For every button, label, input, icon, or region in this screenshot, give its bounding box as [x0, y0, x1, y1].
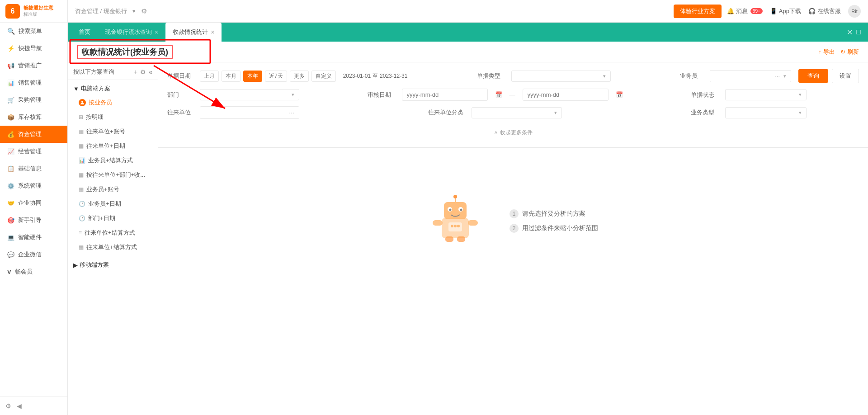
dept-select[interactable]: ▾: [200, 89, 299, 100]
sidebar-item-label: 销售管理: [18, 79, 42, 87]
scheme-item-by-staff[interactable]: 按业务员: [68, 95, 158, 110]
sidebar-collapse-btn[interactable]: ◀: [17, 402, 22, 410]
scheme-item-unit-account[interactable]: ▦ 往来单位+账号: [68, 124, 158, 139]
scheme-item-staff-payment[interactable]: 📊 业务员+结算方式: [68, 153, 158, 168]
sidebar-item-base[interactable]: 📋 基础信息: [0, 160, 67, 177]
sidebar-item-enterprise[interactable]: 🤝 企业协同: [0, 194, 67, 212]
sidebar-item-hardware[interactable]: 💻 智能硬件: [0, 229, 67, 246]
user-avatar[interactable]: Rit: [848, 5, 861, 18]
filter-actions: 查询 设置: [798, 69, 859, 83]
scheme-item-staff-date[interactable]: 🕐 业务员+日期: [68, 197, 158, 211]
scheme-item-unit-payment2[interactable]: ▦ 往来单位+结算方式: [68, 240, 158, 255]
receipt-stats-tab-close[interactable]: ×: [211, 29, 214, 35]
sidebar-item-quick-nav[interactable]: ⚡ 快捷导航: [0, 40, 67, 57]
date-btn-this-year[interactable]: 本年: [243, 71, 262, 82]
date-from: 2023-01-01: [343, 73, 371, 79]
collapse-bar[interactable]: ∧ 收起更多条件: [167, 124, 859, 141]
sidebar-item-sales[interactable]: 📊 销售管理: [0, 74, 67, 91]
tab-home[interactable]: 首页: [71, 23, 98, 42]
sidebar-settings-btn[interactable]: ⚙: [5, 402, 11, 410]
counterpart-select[interactable]: ···: [200, 106, 299, 119]
online-service-btn[interactable]: 🎧 在线客服: [808, 7, 841, 15]
bank-flow-tab-close[interactable]: ×: [155, 29, 158, 35]
sidebar-item-label: 智能硬件: [18, 233, 42, 241]
export-label: 导出: [823, 48, 835, 56]
counterpart-category-select[interactable]: ▾: [472, 107, 562, 118]
sidebar-item-guide[interactable]: 🎯 新手引导: [0, 212, 67, 229]
app-download-btn[interactable]: 📱 App下载: [770, 7, 801, 15]
staff-account-icon: ▦: [79, 186, 84, 193]
member-icon: V: [7, 269, 11, 275]
sidebar-item-label: 企业协同: [18, 199, 42, 207]
sidebar-item-finance[interactable]: 💰 资金管理: [0, 126, 67, 143]
scheme-item-staff-account[interactable]: ▦ 业务员+账号: [68, 182, 158, 197]
counterpart-more-icon[interactable]: ···: [289, 109, 294, 116]
svg-point-5: [449, 209, 452, 211]
category-select[interactable]: ▾: [511, 71, 611, 82]
scheme-item-label: 业务员+结算方式: [88, 156, 133, 165]
sidebar-item-label: 快捷导航: [19, 44, 42, 52]
review-from-input[interactable]: [402, 89, 488, 101]
inventory-icon: 📦: [7, 114, 14, 121]
doc-status-select[interactable]: ▾: [725, 89, 807, 100]
review-to-input[interactable]: [523, 89, 609, 101]
logo-badge: 标准版: [24, 11, 53, 18]
sidebar-item-wechat[interactable]: 💬 企业微信: [0, 246, 67, 263]
filter-row-3: 往来单位 ··· 往来单位分类 ▾ 业务类型 ▾: [167, 106, 859, 119]
review-from-calendar-icon[interactable]: 📅: [495, 91, 502, 98]
search-menu[interactable]: 🔍 搜索菜单: [0, 23, 67, 40]
tab-receipt-stats[interactable]: 收款情况统计 ×: [165, 23, 222, 42]
scheme-item-dept-date[interactable]: 🕐 部门+日期: [68, 211, 158, 226]
scheme-item-unit-date[interactable]: ▦ 往来单位+日期: [68, 139, 158, 153]
app-download-icon: 📱: [770, 8, 777, 14]
more-staff-icon[interactable]: ···: [775, 73, 780, 80]
purchase-icon: 🛒: [7, 97, 14, 104]
chevron-down-icon: ▾: [603, 73, 606, 79]
query-btn[interactable]: 查询: [798, 69, 828, 83]
category-label: 单据类型: [477, 72, 504, 80]
refresh-btn[interactable]: ↻ 刷新: [840, 48, 859, 56]
scheme-item-label: 业务员+日期: [88, 200, 121, 208]
window-max-btn[interactable]: □: [856, 28, 861, 36]
sidebar-item-purchase[interactable]: 🛒 采购管理: [0, 91, 67, 108]
sidebar-item-label: 企业微信: [18, 250, 42, 259]
trial-btn[interactable]: 体验行业方案: [674, 5, 722, 18]
date-btn-7days[interactable]: 近7天: [265, 71, 287, 82]
sidebar-item-operations[interactable]: 📈 经营管理: [0, 143, 67, 160]
date-btn-more[interactable]: 更多: [290, 71, 309, 82]
date-btn-last-month[interactable]: 上月: [200, 71, 219, 82]
export-btn[interactable]: ↑ 导出: [819, 48, 835, 56]
review-to-calendar-icon[interactable]: 📅: [616, 91, 623, 98]
empty-step-1: 1 请先选择要分析的方案: [509, 209, 598, 218]
notification-btn[interactable]: 🔔 消息 99+: [727, 7, 763, 15]
sidebar-item-marketing[interactable]: 📢 营销推广: [0, 57, 67, 74]
scheme-settings-btn[interactable]: ⚙: [140, 68, 146, 75]
window-close-btn[interactable]: ✕: [847, 28, 853, 37]
main-area: 资金管理 / 现金银行 ▾ ⚙ 体验行业方案 🔔 消息 99+ 📱 App下载 …: [68, 0, 868, 415]
empty-steps: 1 请先选择要分析的方案 2 用过滤条件来缩小分析范围: [509, 209, 598, 233]
scheme-item-by-detail[interactable]: ⊞ 按明细: [68, 110, 158, 124]
scheme-item-unit-dept[interactable]: ▦ 按往来单位+部门+收...: [68, 168, 158, 182]
panel-collapse-btn[interactable]: «: [149, 68, 152, 75]
scheme-item-unit-payment1[interactable]: ≡ 往来单位+结算方式: [68, 226, 158, 240]
sidebar: 6 畅捷通好生意 标准版 🔍 搜索菜单 ⚡ 快捷导航 📢 营销推广 📊 销售管理…: [0, 0, 68, 415]
sidebar-item-system[interactable]: ⚙️ 系统管理: [0, 177, 67, 194]
sidebar-item-member[interactable]: V 畅会员: [0, 263, 67, 280]
add-scheme-btn[interactable]: +: [134, 68, 137, 75]
biz-type-select[interactable]: ▾: [725, 107, 807, 118]
sidebar-nav: 📢 营销推广 📊 销售管理 🛒 采购管理 📦 库存核算 💰 资金管理 📈 经营管…: [0, 57, 67, 396]
dropdown-icon[interactable]: ▾: [132, 8, 136, 14]
topbar-settings-icon[interactable]: ⚙: [141, 7, 147, 15]
sidebar-item-inventory[interactable]: 📦 库存核算: [0, 108, 67, 126]
date-btn-this-month[interactable]: 本月: [222, 71, 241, 82]
tab-bank-flow[interactable]: 现金银行流水查询 ×: [98, 23, 165, 42]
date-btn-custom[interactable]: 自定义: [311, 71, 336, 82]
filter-settings-btn[interactable]: 设置: [832, 69, 859, 83]
sidebar-bottom: ⚙ ◀: [0, 396, 67, 415]
notification-icon: 🔔: [727, 8, 734, 14]
page-title: 收款情况统计(按业务员): [77, 45, 173, 59]
desktop-section-header[interactable]: ▼ 电脑端方案: [68, 82, 158, 95]
mobile-section-header[interactable]: ▶ 移动端方案: [68, 258, 158, 272]
staff-select[interactable]: ··· ▾: [710, 70, 791, 82]
sidebar-item-label: 畅会员: [15, 268, 33, 276]
